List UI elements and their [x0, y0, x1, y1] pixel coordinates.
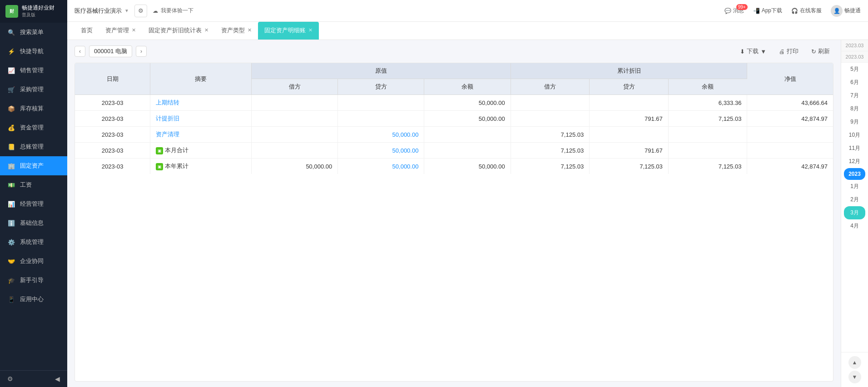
month-11[interactable]: 11月	[841, 142, 868, 155]
main-content: 医疗器械行业演示 ▼ ⚙ ☁ 我要体验一下 💬 消息 99+ 📲 App下载 🎧…	[67, 0, 868, 387]
content-toolbar: ‹ 000001 电脑 › ⬇ 下载 ▼ 🖨 打印	[74, 45, 833, 57]
cell-accum-credit	[590, 95, 669, 111]
sidebar-item-funds[interactable]: 💰 资金管理	[0, 118, 67, 137]
month-1[interactable]: 1月	[841, 180, 868, 193]
download-icon: 📲	[753, 8, 760, 14]
settings-bottom-icon[interactable]: ⚙	[7, 375, 13, 382]
refresh-button[interactable]: ↻ 刷新	[808, 45, 833, 57]
message-icon: 💬	[724, 8, 731, 14]
topbar-right: 💬 消息 99+ 📲 App下载 🎧 在线客服 👤 畅捷通	[724, 5, 861, 17]
settings-button[interactable]: ⚙	[134, 5, 147, 17]
sidebar-item-sales[interactable]: 📈 销售管理	[0, 61, 67, 80]
online-service-button[interactable]: 🎧 在线客服	[791, 7, 822, 15]
messages-button[interactable]: 💬 消息 99+	[724, 7, 744, 15]
cell-orig-debit	[252, 143, 338, 159]
sidebar-menu: 🔍 搜索菜单 ⚡ 快捷导航 📈 销售管理 🛒 采购管理 📦 库存核算 💰 资金管…	[0, 23, 67, 370]
cell-accum-credit: 791.67	[590, 111, 669, 127]
tab-asset-type[interactable]: 资产类型 ✕	[215, 22, 258, 40]
toolbar-actions: ⬇ 下载 ▼ 🖨 打印 ↻ 刷新	[736, 45, 833, 57]
cell-orig-credit: 50,000.00	[338, 143, 424, 159]
month-9[interactable]: 9月	[841, 115, 868, 129]
company-dropdown-arrow: ▼	[124, 8, 129, 13]
collapse-icon[interactable]: ◀	[55, 375, 60, 382]
cell-orig-balance	[424, 127, 511, 143]
tab-close-asset-type[interactable]: ✕	[248, 27, 252, 33]
month-7[interactable]: 7月	[841, 89, 868, 102]
sidebar-item-quick-nav[interactable]: ⚡ 快捷导航	[0, 42, 67, 61]
asset-code-label: 000001 电脑	[89, 45, 132, 57]
month-5[interactable]: 5月	[841, 63, 868, 76]
sidebar-item-guide[interactable]: 🎓 新手引导	[0, 271, 67, 290]
sidebar-item-fixed-assets[interactable]: 🏢 固定资产	[0, 156, 67, 175]
sidebar-item-operations[interactable]: 📊 经营管理	[0, 194, 67, 213]
month-3-active[interactable]: 3月	[844, 206, 865, 219]
tab-asset-detail[interactable]: 固定资产明细账 ✕	[258, 22, 319, 40]
th-summary: 摘要	[150, 63, 252, 95]
table-row: 2023-03 ▣本月合计 50,000.00 7,125.03 791.67	[75, 143, 833, 159]
sidebar-logo: 财 畅捷通好业财 普及版	[0, 0, 67, 23]
logo-icon: 财	[5, 5, 18, 18]
cell-summary: ▣本年累计	[150, 159, 252, 174]
sidebar-bottom: ⚙ ◀	[0, 370, 67, 387]
year-badge-2023[interactable]: 2023	[844, 168, 865, 180]
month-6[interactable]: 6月	[841, 76, 868, 89]
tab-close-asset-detail[interactable]: ✕	[308, 27, 312, 33]
app-download-button[interactable]: 📲 App下载	[753, 7, 782, 15]
cell-accum-balance: 7,125.03	[668, 111, 747, 127]
cell-date: 2023-03	[75, 127, 150, 143]
download-button[interactable]: ⬇ 下载 ▼	[736, 45, 770, 57]
sidebar-item-ledger[interactable]: 📒 总账管理	[0, 137, 67, 156]
cell-orig-balance: 50,000.00	[424, 95, 511, 111]
money-icon: 💰	[7, 124, 15, 132]
month-4[interactable]: 4月	[841, 219, 868, 233]
building-icon: 🏢	[7, 162, 15, 170]
month-12[interactable]: 12月	[841, 155, 868, 168]
avatar: 👤	[831, 5, 843, 17]
sidebar-item-inventory[interactable]: 📦 库存核算	[0, 99, 67, 118]
sidebar: 财 畅捷通好业财 普及版 🔍 搜索菜单 ⚡ 快捷导航 📈 销售管理 🛒 采购管理…	[0, 0, 67, 387]
experience-button[interactable]: ☁ 我要体验一下	[153, 7, 193, 15]
cell-accum-credit	[590, 127, 669, 143]
user-button[interactable]: 👤 畅捷通	[831, 5, 861, 17]
chart-icon: 📈	[7, 66, 15, 74]
month-2[interactable]: 2月	[841, 193, 868, 206]
info-icon: ℹ️	[7, 219, 15, 227]
logo-text: 畅捷通好业财 普及版	[22, 5, 55, 18]
cell-net-value	[747, 143, 833, 159]
cell-net-value: 43,666.64	[747, 95, 833, 111]
th-net-value: 净值	[747, 63, 833, 95]
sidebar-item-purchase[interactable]: 🛒 采购管理	[0, 80, 67, 99]
cell-date: 2023-03	[75, 111, 150, 127]
sidebar-item-enterprise[interactable]: 🤝 企业协同	[0, 252, 67, 271]
sidebar-item-payroll[interactable]: 💵 工资	[0, 175, 67, 194]
cell-net-value	[747, 127, 833, 143]
calendar-down-button[interactable]: ▼	[848, 371, 861, 383]
cell-accum-debit: 7,125.03	[511, 159, 590, 174]
print-button[interactable]: 🖨 打印	[775, 45, 802, 57]
cell-orig-debit	[252, 127, 338, 143]
sidebar-item-app-center[interactable]: 📱 应用中心	[0, 290, 67, 309]
cell-date: 2023-03	[75, 143, 150, 159]
content-main: ‹ 000001 电脑 › ⬇ 下载 ▼ 🖨 打印	[67, 40, 841, 387]
download-icon: ⬇	[740, 48, 745, 55]
cell-orig-credit	[338, 111, 424, 127]
sidebar-item-system[interactable]: ⚙️ 系统管理	[0, 233, 67, 252]
calendar-up-button[interactable]: ▲	[848, 356, 861, 369]
asset-next-button[interactable]: ›	[136, 46, 147, 57]
cell-date: 2023-03	[75, 95, 150, 111]
tab-depreciation-stats[interactable]: 固定资产折旧统计表 ✕	[142, 22, 215, 40]
asset-prev-button[interactable]: ‹	[74, 46, 85, 57]
sidebar-item-search[interactable]: 🔍 搜索菜单	[0, 23, 67, 42]
cell-accum-balance	[668, 127, 747, 143]
tab-close-asset-mgmt[interactable]: ✕	[132, 27, 136, 33]
th-accum-credit: 贷方	[590, 79, 669, 95]
cell-accum-balance: 6,333.36	[668, 95, 747, 111]
company-selector[interactable]: 医疗器械行业演示 ▼	[74, 7, 129, 15]
tab-asset-mgmt[interactable]: 资产管理 ✕	[99, 22, 142, 40]
month-10[interactable]: 10月	[841, 129, 868, 142]
month-8[interactable]: 8月	[841, 102, 868, 115]
tab-close-depreciation-stats[interactable]: ✕	[204, 27, 208, 33]
tab-home[interactable]: 首页	[74, 22, 99, 40]
sidebar-item-basic-info[interactable]: ℹ️ 基础信息	[0, 213, 67, 233]
table-row: 2023-03 资产清理 50,000.00 7,125.03	[75, 127, 833, 143]
